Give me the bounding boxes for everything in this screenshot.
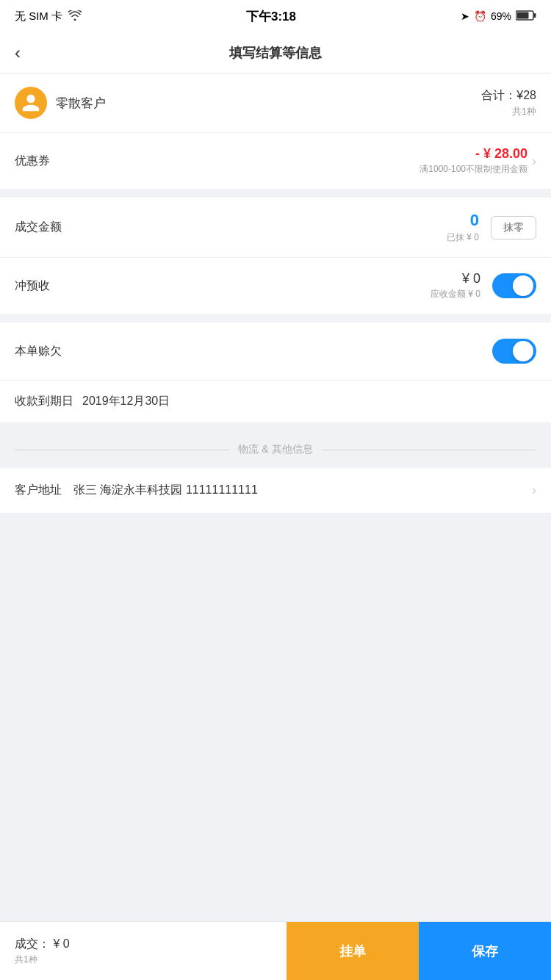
bottom-count-label: 共1种 xyxy=(15,954,272,966)
customer-avatar xyxy=(15,87,47,119)
logistics-divider: 物流 & 其他信息 xyxy=(0,431,551,468)
customer-row: 零散客户 合计：¥28 共1种 xyxy=(0,73,551,132)
bottom-bar: 成交： ¥ 0 共1种 挂单 保存 xyxy=(0,921,551,980)
divider-line-right xyxy=(322,450,536,450)
coupon-desc: 满1000-100不限制使用金额 xyxy=(419,163,527,176)
customer-name: 零散客户 xyxy=(56,95,106,112)
page-title: 填写结算等信息 xyxy=(229,44,322,62)
precollect-value-wrap: ¥ 0 应收金额 ¥ 0 xyxy=(431,271,480,300)
round-zero-button[interactable]: 抹零 xyxy=(491,216,536,239)
bottom-deal-label: 成交： ¥ 0 xyxy=(15,937,272,952)
bottom-actions: 挂单 保存 xyxy=(287,922,551,980)
due-date-value: 2019年12月30日 xyxy=(82,394,170,409)
address-card: 客户地址 张三 海淀永丰科技园 11111111111 › xyxy=(0,468,551,513)
debt-toggle-knob xyxy=(513,341,533,361)
bottom-summary: 成交： ¥ 0 共1种 xyxy=(0,937,287,966)
wifi-icon xyxy=(68,10,82,23)
hold-button[interactable]: 挂单 xyxy=(287,922,419,980)
customer-left: 零散客户 xyxy=(15,87,106,119)
alarm-icon: ⏰ xyxy=(474,10,486,22)
address-row[interactable]: 客户地址 张三 海淀永丰科技园 11111111111 › xyxy=(0,468,551,513)
coupon-row[interactable]: 优惠券 - ¥ 28.00 满1000-100不限制使用金额 › xyxy=(0,132,551,189)
coupon-right: - ¥ 28.00 满1000-100不限制使用金额 › xyxy=(419,146,536,176)
precollect-toggle[interactable] xyxy=(492,273,536,298)
back-button[interactable]: ‹ xyxy=(15,43,21,63)
coupon-amount: - ¥ 28.00 xyxy=(419,146,527,162)
logistics-divider-text: 物流 & 其他信息 xyxy=(238,443,312,456)
coupon-chevron-right-icon: › xyxy=(532,154,536,169)
nav-bar: ‹ 填写结算等信息 xyxy=(0,32,551,73)
status-bar: 无 SIM 卡 下午3:18 ➤ ⏰ 69% xyxy=(0,0,551,32)
due-date-label: 收款到期日 xyxy=(15,394,73,409)
section3: 本单赊欠 收款到期日 2019年12月30日 xyxy=(0,323,551,422)
customer-right: 合计：¥28 共1种 xyxy=(481,88,536,118)
debt-toggle[interactable] xyxy=(492,339,536,364)
customer-card: 零散客户 合计：¥28 共1种 优惠券 - ¥ 28.00 满1000-100不… xyxy=(0,73,551,189)
deal-value-wrap: 0 已抹 ¥ 0 xyxy=(447,211,479,244)
debt-label: 本单赊欠 xyxy=(15,344,62,359)
deal-amount-row: 成交金额 0 已抹 ¥ 0 抹零 xyxy=(0,198,551,258)
due-date-row: 收款到期日 2019年12月30日 xyxy=(0,380,551,422)
total-amount: 合计：¥28 xyxy=(481,88,536,104)
precollect-right: ¥ 0 应收金额 ¥ 0 xyxy=(431,271,536,300)
deal-already: 已抹 ¥ 0 xyxy=(447,231,479,244)
status-time: 下午3:18 xyxy=(246,8,296,25)
battery-icon xyxy=(516,10,536,23)
precollect-amount: ¥ 0 xyxy=(431,271,480,287)
precollect-row: 冲预收 ¥ 0 应收金额 ¥ 0 xyxy=(0,258,551,314)
status-right: ➤ ⏰ 69% xyxy=(461,10,536,23)
address-chevron-right-icon: › xyxy=(532,483,536,498)
debt-row: 本单赊欠 xyxy=(0,323,551,380)
deal-right: 0 已抹 ¥ 0 抹零 xyxy=(447,211,536,244)
precollect-receivable: 应收金额 ¥ 0 xyxy=(431,288,480,300)
battery-percent: 69% xyxy=(491,10,511,22)
svg-rect-1 xyxy=(533,13,536,18)
status-left: 无 SIM 卡 xyxy=(15,10,82,24)
content: 零散客户 合计：¥28 共1种 优惠券 - ¥ 28.00 满1000-100不… xyxy=(0,73,551,588)
coupon-value: - ¥ 28.00 满1000-100不限制使用金额 xyxy=(419,146,527,176)
address-value: 张三 海淀永丰科技园 11111111111 xyxy=(73,483,526,498)
location-icon: ➤ xyxy=(461,10,469,22)
divider-line-left xyxy=(15,450,229,450)
coupon-label: 优惠券 xyxy=(15,154,50,169)
no-sim-text: 无 SIM 卡 xyxy=(15,10,62,24)
deal-amount-label: 成交金额 xyxy=(15,220,62,235)
deal-value: 0 xyxy=(447,211,479,230)
save-button[interactable]: 保存 xyxy=(419,922,551,980)
precollect-label: 冲预收 xyxy=(15,278,50,294)
total-count: 共1种 xyxy=(481,105,536,118)
toggle-knob xyxy=(513,275,533,296)
svg-rect-2 xyxy=(516,12,528,18)
section2: 成交金额 0 已抹 ¥ 0 抹零 冲预收 ¥ 0 应收金额 ¥ 0 xyxy=(0,198,551,314)
address-label: 客户地址 xyxy=(15,483,62,498)
